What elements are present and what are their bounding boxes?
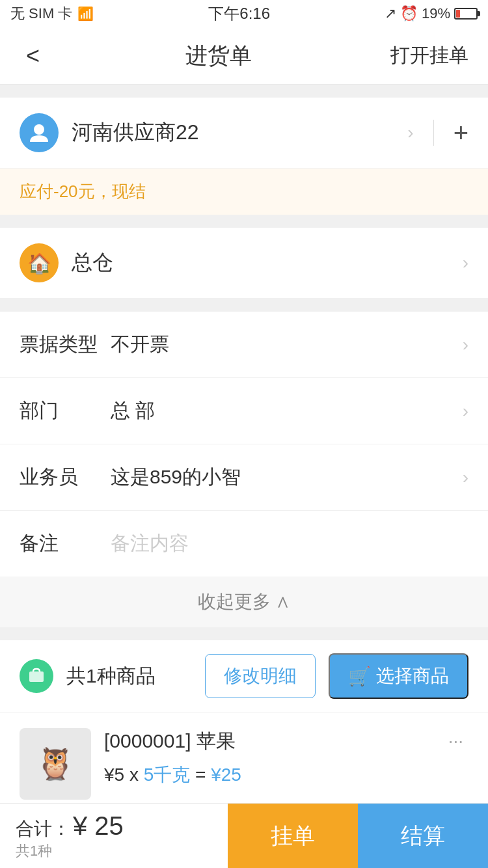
product-count: 共1种商品 [66,663,192,690]
product-total: ¥25 [211,765,241,785]
product-name: [0000001] 苹果 [104,728,430,755]
product-thumbnail: 🦉 [20,728,91,800]
department-chevron-icon: › [463,401,468,422]
product-title: 苹果 [197,730,236,752]
product-header: 共1种商品 修改明细 🛒 选择商品 [0,640,488,712]
divider-4 [0,627,488,640]
product-quantity: 5千克 [144,765,191,785]
collapse-button[interactable]: 收起更多 ∧ [0,576,488,627]
wifi-icon: 📶 [77,6,94,21]
location-icon: ↗ [385,5,396,22]
supplier-name: 河南供应商22 [72,118,407,147]
status-bar-right: ↗ ⏰ 19% [385,5,478,22]
multiply-sign: x [129,765,144,785]
invoice-chevron-icon: › [463,334,468,355]
user-icon [27,121,51,144]
supplier-avatar [20,113,59,152]
remark-input[interactable]: 备注内容 [98,530,468,557]
salesperson-label: 业务员 [20,464,98,491]
product-price: ¥5 x 5千克 = ¥25 [104,763,430,787]
supplier-row[interactable]: 河南供应商22 › + [0,98,488,169]
svg-point-0 [34,124,44,135]
product-unit-price: ¥5 [104,765,124,785]
equals-sign: = [195,765,211,785]
warehouse-row[interactable]: 🏠 总仓 › [0,228,488,298]
battery-icon [454,8,478,20]
divider-1 [0,85,488,98]
department-value: 总 部 [98,398,463,424]
warehouse-icon: 🏠 [20,243,59,282]
checkout-label: 结算 [401,821,445,851]
form-section: 票据类型 不开票 › 部门 总 部 › 业务员 这是859的小智 › 备注 备注… [0,311,488,576]
svg-rect-1 [29,671,44,682]
battery-percent: 19% [422,5,450,22]
select-product-button[interactable]: 🛒 选择商品 [329,653,468,699]
hang-label: 挂单 [271,821,315,851]
total-count: 共1种 [16,841,212,861]
back-button[interactable]: < [20,36,46,76]
total-amount: ¥ 25 [73,811,124,841]
remark-label: 备注 [20,530,98,557]
nav-bar: < 进货单 打开挂单 [0,27,488,85]
form-row-department[interactable]: 部门 总 部 › [0,377,488,444]
product-info: [0000001] 苹果 ¥5 x 5千克 = ¥25 [104,728,430,787]
product-thumb-owl-icon: 🦉 [36,746,75,782]
checkout-button[interactable]: 结算 [358,804,488,868]
form-row-remark[interactable]: 备注 备注内容 [0,510,488,576]
open-hang-button[interactable]: 打开挂单 [390,42,468,69]
status-bar: 无 SIM 卡 📶 下午6:16 ↗ ⏰ 19% [0,0,488,27]
vertical-divider [433,120,434,146]
form-row-salesperson[interactable]: 业务员 这是859的小智 › [0,444,488,510]
add-supplier-button[interactable]: + [454,118,468,148]
divider-3 [0,298,488,311]
invoice-label: 票据类型 [20,331,98,358]
department-label: 部门 [20,398,98,424]
total-label: 合计： [16,817,70,841]
hang-button[interactable]: 挂单 [228,804,358,868]
warehouse-chevron-icon: › [463,252,468,273]
payment-notice: 应付-20元，现结 [0,169,488,215]
cart-icon [27,666,46,686]
divider-2 [0,215,488,228]
collapse-label: 收起更多 ∧ [198,590,291,614]
invoice-value: 不开票 [98,331,463,358]
cart-add-icon: 🛒 [348,666,371,687]
status-time: 下午6:16 [208,3,270,24]
page-title: 进货单 [185,41,252,71]
form-row-invoice[interactable]: 票据类型 不开票 › [0,311,488,377]
product-id: [0000001] [104,730,191,752]
supplier-chevron-icon: › [407,122,413,143]
status-bar-left: 无 SIM 卡 📶 [10,4,94,23]
select-product-label: 选择商品 [376,664,449,688]
product-item: 🦉 [0000001] 苹果 ¥5 x 5千克 = ¥25 ··· [0,712,488,815]
warehouse-section: 🏠 总仓 › [0,228,488,298]
salesperson-value: 这是859的小智 [98,464,463,491]
warehouse-name: 总仓 [72,249,463,277]
alarm-icon: ⏰ [400,5,418,22]
salesperson-chevron-icon: › [463,467,468,488]
total-section: 合计： ¥ 25 共1种 [0,804,228,868]
supplier-section: 河南供应商22 › + 应付-20元，现结 [0,98,488,215]
edit-detail-button[interactable]: 修改明细 [205,654,316,698]
bottom-bar: 合计： ¥ 25 共1种 挂单 结算 [0,803,488,868]
product-icon [20,659,53,693]
product-more-button[interactable]: ··· [443,728,468,754]
sim-label: 无 SIM 卡 [10,4,72,23]
